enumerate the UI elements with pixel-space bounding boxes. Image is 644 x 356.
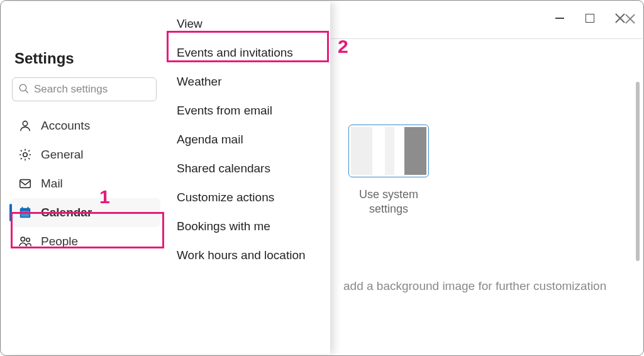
sidebar-item-general[interactable]: General <box>11 140 160 169</box>
submenu-item-shared-calendars[interactable]: Shared calendars <box>172 154 325 183</box>
scrollbar-thumb[interactable] <box>636 82 640 261</box>
sidebar-item-accounts[interactable]: Accounts <box>11 111 160 140</box>
scrollbar[interactable] <box>632 39 642 354</box>
settings-title: Settings <box>11 13 160 75</box>
background-hint-text: add a background image for further custo… <box>343 279 606 293</box>
sidebar-item-label: General <box>41 148 84 162</box>
sidebar-item-label: Calendar <box>41 206 92 220</box>
minimize-button[interactable] <box>554 13 565 24</box>
sidebar-item-label: Accounts <box>41 119 90 133</box>
settings-content-area: Use system settings add a background ima… <box>331 38 642 354</box>
people-icon <box>18 235 32 248</box>
submenu-item-work-hours-and-location[interactable]: Work hours and location <box>172 241 325 270</box>
svg-point-10 <box>26 238 30 242</box>
theme-option-use-system[interactable] <box>348 125 429 177</box>
submenu-item-weather[interactable]: Weather <box>172 67 325 96</box>
svg-point-0 <box>19 84 26 91</box>
submenu-item-events-from-email[interactable]: Events from email <box>172 96 325 125</box>
sidebar-item-label: Mail <box>41 177 63 191</box>
submenu-item-events-and-invitations[interactable]: Events and invitations <box>172 38 325 67</box>
maximize-button[interactable] <box>584 13 596 24</box>
settings-flyout: Settings Accounts <box>2 2 330 354</box>
sidebar-item-calendar[interactable]: Calendar <box>11 198 160 227</box>
settings-primary-nav: Settings Accounts <box>2 2 164 354</box>
submenu-item-agenda-mail[interactable]: Agenda mail <box>172 125 325 154</box>
close-icon[interactable] <box>625 13 636 25</box>
search-wrapper <box>12 77 157 101</box>
mail-icon <box>18 177 32 191</box>
sidebar-item-label: People <box>41 235 78 248</box>
svg-point-2 <box>23 121 27 126</box>
settings-secondary-nav: View Events and invitations Weather Even… <box>164 2 330 354</box>
svg-line-1 <box>25 90 28 93</box>
calendar-icon <box>18 206 32 220</box>
svg-point-3 <box>23 153 27 157</box>
submenu-item-customize-actions[interactable]: Customize actions <box>172 183 325 212</box>
svg-point-9 <box>21 237 25 241</box>
sidebar-item-people[interactable]: People <box>11 227 160 256</box>
gear-icon <box>18 148 32 162</box>
svg-rect-6 <box>21 211 30 216</box>
person-icon <box>18 119 32 133</box>
theme-option-label: Use system settings <box>341 187 436 216</box>
svg-rect-4 <box>20 180 31 188</box>
submenu-item-view[interactable]: View <box>172 9 325 38</box>
submenu-item-bookings-with-me[interactable]: Bookings with me <box>172 212 325 241</box>
search-input[interactable] <box>12 77 157 101</box>
search-icon <box>18 83 30 94</box>
sidebar-item-mail[interactable]: Mail <box>11 169 160 198</box>
